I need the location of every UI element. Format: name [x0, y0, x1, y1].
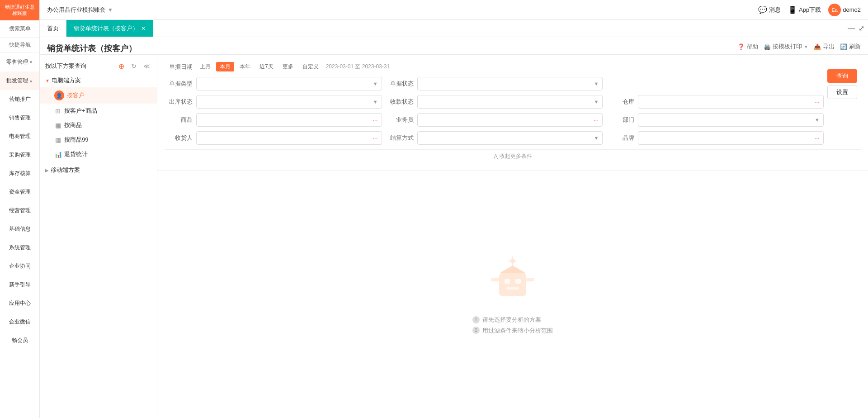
tab-home[interactable]: 首页 — [40, 20, 66, 37]
empty-tip-1: 1 请先选择要分析的方案 — [472, 314, 553, 325]
export-icon: 📤 — [814, 43, 821, 50]
help-btn[interactable]: ❓ 帮助 — [737, 43, 758, 51]
salesperson-input[interactable]: ··· — [417, 113, 603, 127]
payment-status-input[interactable]: ▼ — [417, 95, 603, 109]
sidebar-item-ecommerce[interactable]: 电商管理 — [0, 127, 39, 146]
brand-input[interactable]: ··· — [638, 131, 824, 145]
date-btn-this-year[interactable]: 本年 — [236, 62, 254, 71]
section-collapsed-icon: ▶ — [45, 168, 49, 173]
scheme-item-by-customer[interactable]: 👤 按客户 — [40, 87, 157, 104]
department-input[interactable]: ▼ — [638, 113, 824, 127]
scheme-item-by-customer-product[interactable]: ⊞ 按客户+商品 — [40, 104, 157, 118]
tab-sales-stat[interactable]: 销货单统计表（按客户） ✕ — [66, 20, 153, 37]
add-icon: ⊕ — [118, 62, 124, 71]
salesperson-filter: 业务员 ··· — [386, 113, 603, 127]
template-print-btn[interactable]: 🖨️ 按模板打印 ▼ — [764, 43, 808, 51]
date-btn-custom[interactable]: 自定义 — [299, 62, 322, 71]
logo[interactable]: 畅捷通好生意 标账版 — [0, 0, 39, 20]
sidebar-item-member[interactable]: 畅会员 — [0, 331, 39, 350]
section-expand-icon: ▼ — [45, 78, 50, 83]
sidebar-operation-label: 经营管理 — [9, 207, 31, 214]
salesperson-label: 业务员 — [386, 116, 417, 124]
search-menu-item[interactable]: 搜索菜单 — [0, 20, 39, 38]
industry-selector[interactable]: 办公用品行业模拟账套 ▼ — [47, 6, 113, 14]
sidebar-basic-label: 基础信息 — [9, 225, 31, 233]
sidebar-item-inventory[interactable]: 库存核算 — [0, 164, 39, 183]
help-icon: ❓ — [737, 43, 745, 50]
settlement-input[interactable]: ▼ — [417, 131, 603, 145]
top-header: 办公用品行业模拟账套 ▼ 💬 消息 📱 App下载 Ea demo2 — [40, 0, 868, 20]
warehouse-label: 仓库 — [606, 98, 638, 106]
sidebar-item-enterprise[interactable]: 企业协同 — [0, 257, 39, 276]
date-btn-last-7-days[interactable]: 近7天 — [256, 62, 277, 71]
filter-panel: 单据日期 上月 本月 本年 近7天 更多 自定义 — [157, 55, 868, 418]
quick-nav-item[interactable]: 快捷导航 — [0, 38, 39, 53]
add-scheme-btn[interactable]: ⊕ — [116, 61, 126, 71]
brand-label: 品牌 — [606, 134, 638, 142]
table2-icon: ▦ — [54, 136, 61, 143]
sidebar-member-label: 畅会员 — [12, 337, 28, 344]
refresh-scheme-btn[interactable]: ↻ — [129, 61, 139, 71]
scheme-item-return-stat[interactable]: 📊 退货统计 — [40, 147, 157, 162]
industry-name: 办公用品行业模拟账套 — [47, 6, 106, 14]
sidebar-item-wechat[interactable]: 企业微信 — [0, 313, 39, 331]
message-btn[interactable]: 💬 消息 — [758, 5, 781, 14]
svg-rect-3 — [515, 279, 521, 284]
sidebar-retail-label: 零售管理 — [6, 58, 28, 66]
export-btn[interactable]: 📤 导出 — [814, 43, 835, 51]
doc-type-input[interactable]: ▼ — [196, 77, 382, 90]
message-label: 消息 — [769, 6, 781, 14]
sidebar-item-newbie[interactable]: 新手引导 — [0, 276, 39, 294]
date-btn-this-month[interactable]: 本月 — [216, 62, 234, 71]
out-status-input[interactable]: ▼ — [196, 95, 382, 109]
sidebar-item-system[interactable]: 系统管理 — [0, 238, 39, 257]
page-header: 销货单统计表（按客户） ❓ 帮助 🖨️ 按模板打印 ▼ 📤 导出 🔄 刷新 — [40, 37, 868, 55]
refresh-icon: 🔄 — [840, 43, 847, 50]
tab-minimize-icon[interactable]: — — [848, 24, 855, 33]
warehouse-input[interactable]: ··· — [638, 95, 824, 109]
receiver-label: 收货人 — [165, 134, 196, 142]
scheme-item-by-product[interactable]: ▦ 按商品 — [40, 118, 157, 133]
collapse-scheme-btn[interactable]: ≪ — [142, 61, 151, 71]
bar-chart-icon: 📊 — [54, 151, 61, 158]
tab-close-icon[interactable]: ✕ — [141, 25, 146, 32]
svg-rect-4 — [506, 287, 519, 290]
scheme-panel: 按以下方案查询 ⊕ ↻ ≪ — [40, 55, 157, 418]
sidebar-item-sales[interactable]: 销售管理 — [0, 109, 39, 127]
sidebar-item-basic[interactable]: 基础信息 — [0, 220, 39, 238]
scheme-item-by-product-99[interactable]: ▦ 按商品99 — [40, 133, 157, 147]
svg-rect-2 — [505, 279, 510, 284]
product-input[interactable]: ··· — [196, 113, 382, 127]
sidebar-ecommerce-label: 电商管理 — [9, 133, 31, 140]
collapse-more-conditions-btn[interactable]: ⋀ 收起更多条件 — [165, 150, 861, 163]
sidebar-marketing-label: 营销推广 — [9, 95, 31, 103]
tab-maximize-icon[interactable]: ⤢ — [859, 24, 864, 33]
sidebar-item-wholesale[interactable]: 批发管理 ▲ — [0, 71, 39, 90]
scheme-section-mobile-header[interactable]: ▶ 移动端方案 — [40, 163, 157, 177]
empty-tip-2-text: 用过滤条件来缩小分析范围 — [482, 325, 553, 336]
collapse-scheme-icon: ≪ — [143, 62, 150, 70]
doc-status-input[interactable]: ▼ — [417, 77, 603, 90]
sidebar-item-marketing[interactable]: 营销推广 — [0, 90, 39, 109]
sidebar-item-purchase[interactable]: 采购管理 — [0, 146, 39, 164]
date-btn-more[interactable]: 更多 — [279, 62, 297, 71]
sidebar-item-retail[interactable]: 零售管理 ▼ — [0, 53, 39, 71]
svg-marker-1 — [499, 266, 526, 273]
query-button[interactable]: 查询 — [827, 69, 857, 83]
sidebar-item-finance[interactable]: 资金管理 — [0, 183, 39, 201]
scheme-section-mobile-title: 移动端方案 — [51, 166, 80, 174]
sidebar: 畅捷通好生意 标账版 搜索菜单 快捷导航 零售管理 ▼ 批发管理 ▲ 营销推广 … — [0, 0, 40, 418]
user-profile-btn[interactable]: Ea demo2 — [828, 4, 861, 16]
username-label: demo2 — [843, 6, 861, 13]
scheme-item-by-product-99-label: 按商品99 — [64, 136, 88, 144]
date-btn-last-month[interactable]: 上月 — [196, 62, 214, 71]
sidebar-item-operation[interactable]: 经营管理 — [0, 201, 39, 220]
receiver-input[interactable]: ··· — [196, 131, 382, 145]
app-download-btn[interactable]: 📱 App下载 — [788, 5, 821, 14]
scheme-section-desktop-header[interactable]: ▼ 电脑端方案 — [40, 74, 157, 87]
empty-tip-1-text: 请先选择要分析的方案 — [482, 314, 541, 325]
settings-button[interactable]: 设置 — [827, 86, 857, 99]
date-filter-label: 单据日期 — [165, 63, 196, 71]
sidebar-item-app-center[interactable]: 应用中心 — [0, 294, 39, 313]
refresh-btn[interactable]: 🔄 刷新 — [840, 43, 861, 51]
